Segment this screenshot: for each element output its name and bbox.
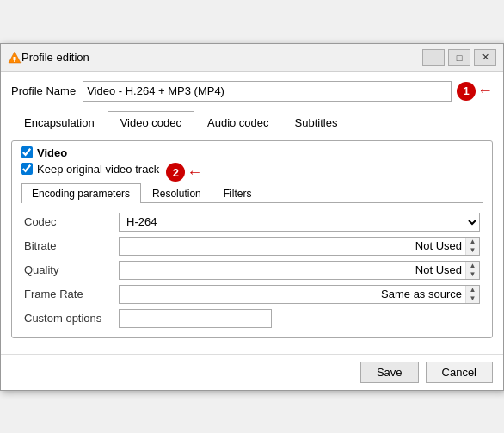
minimize-button[interactable]: —: [422, 49, 445, 66]
quality-up[interactable]: ▲: [466, 262, 479, 270]
profile-name-row: Profile Name 1 ←: [11, 81, 493, 102]
quality-input[interactable]: [120, 262, 465, 279]
keep-original-text: Keep original video track: [37, 163, 159, 176]
bitrate-input[interactable]: [120, 238, 465, 255]
tab-audio-codec[interactable]: Audio codec: [194, 111, 282, 133]
video-section: Video Keep original video track 2 ← Enco…: [11, 140, 493, 338]
profile-name-label: Profile Name: [11, 84, 76, 97]
sub-tab-filters[interactable]: Filters: [212, 183, 263, 203]
framerate-value-cell: ▲ ▼: [115, 282, 483, 306]
save-button[interactable]: Save: [360, 362, 419, 383]
close-button[interactable]: ✕: [474, 49, 496, 66]
tab-encapsulation[interactable]: Encapsulation: [11, 111, 108, 133]
title-bar: Profile edition — □ ✕: [1, 44, 503, 72]
cancel-button[interactable]: Cancel: [426, 362, 493, 383]
codec-input-row: H-264: [119, 213, 480, 232]
bitrate-spinner: ▲ ▼: [119, 237, 480, 256]
custom-options-label: Custom options: [21, 306, 115, 331]
sub-tab-encoding-parameters[interactable]: Encoding parameters: [21, 183, 141, 203]
profile-edition-window: Profile edition — □ ✕ Profile Name 1 ← E…: [0, 43, 504, 391]
codec-select[interactable]: H-264: [119, 213, 480, 232]
quality-spinner: ▲ ▼: [119, 261, 480, 280]
arrow-2: ←: [187, 164, 202, 182]
keep-original-checkbox[interactable]: [21, 163, 33, 175]
video-label: Video: [37, 146, 67, 159]
svg-point-2: [14, 60, 15, 62]
tab-video-codec[interactable]: Video codec: [108, 111, 194, 133]
bitrate-arrows: ▲ ▼: [465, 238, 479, 255]
dialog-content: Profile Name 1 ← Encapsulation Video cod…: [1, 72, 503, 354]
codec-value-cell: H-264: [115, 210, 483, 234]
custom-options-input[interactable]: [119, 309, 272, 328]
quality-label: Quality: [21, 258, 115, 282]
framerate-label: Frame Rate: [21, 282, 115, 306]
framerate-input[interactable]: [120, 286, 465, 303]
framerate-down[interactable]: ▼: [466, 294, 479, 303]
sub-tabs: Encoding parameters Resolution Filters: [21, 182, 483, 203]
dialog-footer: Save Cancel: [1, 354, 503, 390]
bitrate-label: Bitrate: [21, 234, 115, 258]
codec-row: Codec H-264: [21, 210, 483, 234]
framerate-up[interactable]: ▲: [466, 286, 479, 294]
main-tabs: Encapsulation Video codec Audio codec Su…: [11, 110, 493, 133]
video-checkbox[interactable]: [21, 146, 33, 158]
keep-original-label[interactable]: Keep original video track: [21, 163, 159, 176]
window-title: Profile edition: [22, 51, 422, 64]
keep-original-row: Keep original video track 2 ←: [21, 163, 483, 182]
arrow-1: ←: [477, 82, 493, 100]
codec-label: Codec: [21, 210, 115, 234]
custom-options-value-cell: [115, 306, 483, 331]
annotation-badge-2: 2: [166, 163, 185, 182]
maximize-button[interactable]: □: [448, 49, 470, 66]
framerate-arrows: ▲ ▼: [465, 286, 479, 303]
window-controls: — □ ✕: [422, 49, 496, 66]
annotation-badge-1: 1: [457, 82, 476, 101]
bitrate-down[interactable]: ▼: [466, 246, 479, 255]
quality-down[interactable]: ▼: [466, 270, 479, 279]
video-checkbox-label[interactable]: Video: [21, 146, 67, 159]
bitrate-value-cell: ▲ ▼: [115, 234, 483, 258]
bitrate-up[interactable]: ▲: [466, 238, 479, 246]
encoding-params-table: Codec H-264 Bitrate: [21, 210, 483, 331]
framerate-spinner: ▲ ▼: [119, 285, 480, 304]
sub-tab-resolution[interactable]: Resolution: [141, 183, 212, 203]
quality-row: Quality ▲ ▼: [21, 258, 483, 282]
framerate-row: Frame Rate ▲ ▼: [21, 282, 483, 306]
profile-name-input[interactable]: [83, 81, 452, 102]
tab-subtitles[interactable]: Subtitles: [282, 111, 351, 133]
vlc-icon: [8, 51, 22, 65]
bitrate-row: Bitrate ▲ ▼: [21, 234, 483, 258]
quality-value-cell: ▲ ▼: [115, 258, 483, 282]
custom-options-row: Custom options: [21, 306, 483, 331]
svg-rect-1: [14, 57, 16, 60]
quality-arrows: ▲ ▼: [465, 262, 479, 279]
video-section-legend: Video: [21, 146, 483, 159]
